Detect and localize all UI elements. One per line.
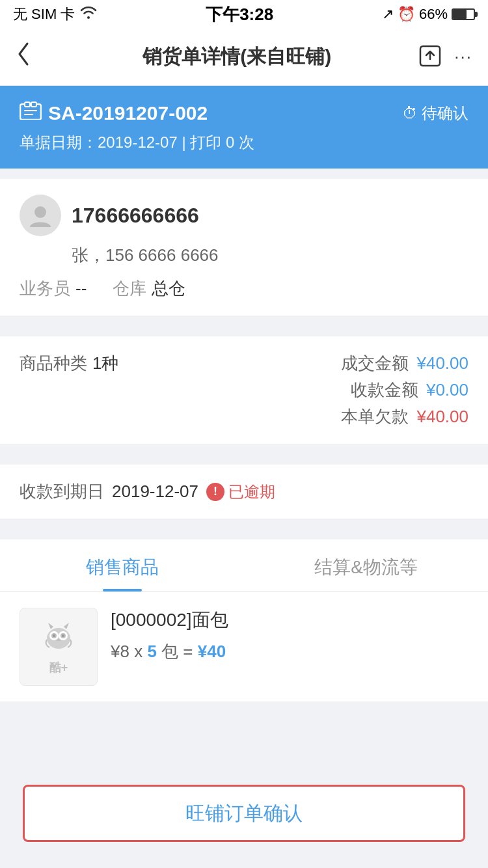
status-bar: 无 SIM 卡 下午3:28 ↗ ⏰ 66%	[0, 0, 488, 29]
product-section: 酷+ [0000002]面包 ¥8 x 5 包 = ¥40	[0, 592, 488, 701]
customer-avatar	[20, 195, 61, 236]
status-left: 无 SIM 卡	[13, 5, 97, 24]
salesperson-meta: 业务员 --	[20, 277, 87, 300]
product-thumbnail: 酷+	[20, 608, 98, 686]
svg-marker-9	[64, 623, 69, 629]
status-right: ↗ ⏰ 66%	[382, 6, 475, 23]
product-owl-icon	[39, 619, 78, 657]
order-date: 单据日期：2019-12-07 | 打印 0 次	[20, 132, 468, 153]
product-info: [0000002]面包 ¥8 x 5 包 = ¥40	[111, 608, 468, 663]
confirm-order-button[interactable]: 旺铺订单确认	[23, 785, 465, 842]
back-button[interactable]	[16, 41, 55, 73]
divider-2	[0, 326, 488, 336]
product-name: [0000002]面包	[111, 608, 468, 632]
divider-1	[0, 169, 488, 179]
battery-percent: 66%	[419, 6, 448, 23]
confirm-button-wrapper: 旺铺订单确认	[23, 785, 465, 842]
customer-meta: 业务员 -- 仓库 总仓	[20, 277, 468, 300]
order-header: SA-20191207-002 ⏱ 待确认 单据日期：2019-12-07 | …	[0, 86, 488, 169]
time-display: 下午3:28	[206, 3, 273, 26]
svg-rect-1	[20, 104, 41, 120]
svg-rect-3	[31, 102, 36, 107]
more-button[interactable]: ···	[454, 47, 472, 67]
overdue-badge: ! 已逾期	[206, 481, 275, 502]
amount-info: 成交金额 ¥40.00 收款金额 ¥0.00 本单欠款 ¥40.00	[341, 352, 468, 428]
due-date-section: 收款到期日 2019-12-07 ! 已逾期	[0, 465, 488, 519]
order-id: SA-20191207-002	[20, 102, 208, 124]
tabs-header: 销售商品 结算&物流等	[0, 539, 488, 592]
transaction-amount-row: 成交金额 ¥40.00	[341, 352, 468, 375]
location-icon: ↗	[382, 6, 394, 23]
tabs-section: 销售商品 结算&物流等	[0, 539, 488, 592]
clock-icon: ⏱	[402, 104, 418, 122]
alarm-icon: ⏰	[398, 6, 415, 23]
svg-marker-8	[48, 623, 53, 629]
warehouse-meta: 仓库 总仓	[113, 277, 185, 300]
order-status: ⏱ 待确认	[402, 103, 468, 124]
wifi-icon	[80, 6, 97, 23]
received-amount-row: 收款金额 ¥0.00	[351, 379, 468, 401]
customer-name: 张，156 6666 6666	[20, 244, 468, 267]
product-brand: 酷+	[49, 660, 68, 675]
carrier-text: 无 SIM 卡	[13, 5, 75, 24]
product-type-info: 商品种类 1种	[20, 352, 118, 375]
overdue-text: 已逾期	[228, 481, 275, 502]
nav-bar: 销货单详情(来自旺铺) ···	[0, 29, 488, 86]
order-icon	[20, 102, 42, 124]
svg-point-6	[34, 206, 46, 218]
divider-4	[0, 529, 488, 539]
page-title: 销货单详情(来自旺铺)	[142, 44, 331, 70]
share-icon[interactable]	[419, 45, 441, 70]
overdue-warning-icon: !	[206, 483, 224, 501]
svg-rect-2	[25, 102, 30, 107]
customer-section: 17666666666 张，156 6666 6666 业务员 -- 仓库 总仓	[0, 179, 488, 316]
svg-point-14	[53, 634, 55, 637]
customer-phone: 17666666666	[72, 204, 199, 228]
summary-section: 商品种类 1种 成交金额 ¥40.00 收款金额 ¥0.00 本单欠款 ¥40.…	[0, 336, 488, 444]
debt-amount-row: 本单欠款 ¥40.00	[341, 405, 468, 428]
product-item: 酷+ [0000002]面包 ¥8 x 5 包 = ¥40	[20, 608, 468, 686]
product-price-detail: ¥8 x 5 包 = ¥40	[111, 640, 468, 663]
divider-3	[0, 454, 488, 465]
tab-sales-products[interactable]: 销售商品	[0, 539, 244, 591]
svg-point-15	[62, 634, 64, 637]
nav-actions: ···	[419, 45, 472, 70]
battery-icon	[452, 8, 475, 20]
tab-settlement-logistics[interactable]: 结算&物流等	[244, 539, 488, 591]
